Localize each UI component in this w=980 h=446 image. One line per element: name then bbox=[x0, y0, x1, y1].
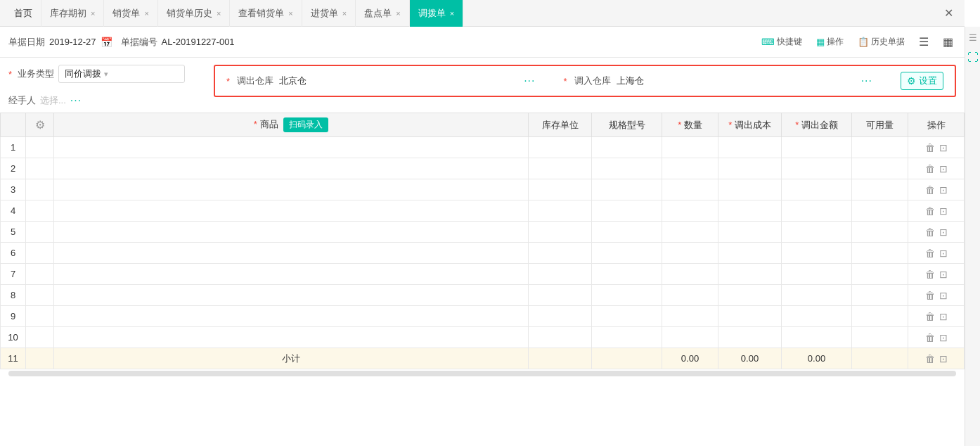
delete-icon[interactable]: 🗑 bbox=[925, 332, 935, 343]
tab-transfer-order[interactable]: 调拨单 × bbox=[410, 0, 463, 27]
row-cost-cell[interactable] bbox=[718, 222, 782, 243]
row-unit-cell[interactable] bbox=[529, 306, 592, 327]
tab-home[interactable]: 首页 bbox=[6, 0, 41, 27]
row-unit-cell[interactable] bbox=[529, 327, 592, 348]
settings-button[interactable]: ⚙ 设置 bbox=[901, 72, 943, 90]
row-cost-cell[interactable] bbox=[718, 306, 782, 327]
grid-action[interactable]: ▦ bbox=[940, 34, 956, 50]
row-amount-cell[interactable] bbox=[782, 306, 852, 327]
row-unit-cell[interactable] bbox=[529, 179, 592, 200]
copy-icon[interactable]: ⊡ bbox=[939, 269, 948, 280]
copy-icon[interactable]: ⊡ bbox=[939, 142, 948, 153]
row-amount-cell[interactable] bbox=[782, 158, 852, 179]
out-warehouse-ellipsis[interactable]: ··· bbox=[524, 75, 535, 87]
row-amount-cell[interactable] bbox=[782, 200, 852, 222]
window-close-button[interactable]: ✕ bbox=[938, 0, 959, 27]
row-product-cell[interactable] bbox=[54, 200, 529, 222]
delete-icon[interactable]: 🗑 bbox=[925, 311, 935, 322]
delete-icon[interactable]: 🗑 bbox=[925, 142, 935, 153]
row-qty-cell[interactable] bbox=[662, 200, 718, 222]
delete-icon[interactable]: 🗑 bbox=[925, 353, 935, 364]
row-unit-cell[interactable] bbox=[529, 200, 592, 222]
delete-icon[interactable]: 🗑 bbox=[925, 290, 935, 301]
row-unit-cell[interactable] bbox=[529, 264, 592, 285]
history-action[interactable]: 📋 历史单据 bbox=[855, 34, 908, 49]
row-cost-cell[interactable] bbox=[718, 179, 782, 200]
business-type-select[interactable]: 同价调拨 ▾ bbox=[58, 65, 185, 83]
row-cost-cell[interactable] bbox=[718, 200, 782, 222]
row-qty-cell[interactable] bbox=[662, 285, 718, 306]
in-warehouse-ellipsis[interactable]: ··· bbox=[861, 75, 872, 87]
row-product-cell[interactable] bbox=[54, 222, 529, 243]
row-unit-cell[interactable] bbox=[529, 158, 592, 179]
row-qty-cell[interactable] bbox=[662, 327, 718, 348]
row-spec-cell[interactable] bbox=[592, 327, 662, 348]
delete-icon[interactable]: 🗑 bbox=[925, 269, 935, 280]
person-placeholder[interactable]: 选择... bbox=[40, 94, 66, 107]
table-settings-icon[interactable]: ⚙ bbox=[35, 119, 45, 131]
shortcut-action[interactable]: ⌨ 快捷键 bbox=[759, 34, 805, 49]
tab-transfer-order-close[interactable]: × bbox=[450, 9, 454, 18]
person-ellipsis-btn[interactable]: ··· bbox=[70, 94, 82, 107]
row-qty-cell[interactable] bbox=[662, 222, 718, 243]
tab-sales-history[interactable]: 销货单历史 × bbox=[158, 0, 230, 27]
copy-icon[interactable]: ⊡ bbox=[939, 248, 948, 259]
row-cost-cell[interactable] bbox=[718, 137, 782, 158]
row-amount-cell[interactable] bbox=[782, 264, 852, 285]
row-spec-cell[interactable] bbox=[592, 264, 662, 285]
row-amount-cell[interactable] bbox=[782, 179, 852, 200]
copy-icon[interactable]: ⊡ bbox=[939, 353, 948, 364]
row-cost-cell[interactable] bbox=[718, 158, 782, 179]
row-cost-cell[interactable] bbox=[718, 264, 782, 285]
tab-inventory-count-close[interactable]: × bbox=[396, 9, 400, 18]
row-product-cell[interactable] bbox=[54, 285, 529, 306]
copy-icon[interactable]: ⊡ bbox=[939, 205, 948, 217]
row-cost-cell[interactable] bbox=[718, 327, 782, 348]
delete-icon[interactable]: 🗑 bbox=[925, 227, 935, 238]
row-spec-cell[interactable] bbox=[592, 200, 662, 222]
row-spec-cell[interactable] bbox=[592, 306, 662, 327]
row-unit-cell[interactable] bbox=[529, 137, 592, 158]
tab-inventory-open[interactable]: 库存期初 × bbox=[41, 0, 104, 27]
row-amount-cell[interactable] bbox=[782, 222, 852, 243]
row-amount-cell[interactable] bbox=[782, 327, 852, 348]
copy-icon[interactable]: ⊡ bbox=[939, 184, 948, 196]
horizontal-scrollbar[interactable] bbox=[8, 371, 956, 376]
tab-purchase-order-close[interactable]: × bbox=[342, 9, 347, 18]
row-product-cell[interactable] bbox=[54, 306, 529, 327]
copy-icon[interactable]: ⊡ bbox=[939, 227, 948, 238]
row-spec-cell[interactable] bbox=[592, 158, 662, 179]
row-product-cell[interactable] bbox=[54, 243, 529, 264]
delete-icon[interactable]: 🗑 bbox=[925, 248, 935, 259]
sidebar-list-icon[interactable]: ☰ bbox=[969, 32, 977, 43]
row-product-cell[interactable] bbox=[54, 327, 529, 348]
row-qty-cell[interactable] bbox=[662, 264, 718, 285]
row-qty-cell[interactable] bbox=[662, 137, 718, 158]
tab-sales-order-close[interactable]: × bbox=[144, 9, 148, 18]
row-unit-cell[interactable] bbox=[529, 285, 592, 306]
row-qty-cell[interactable] bbox=[662, 306, 718, 327]
calendar-icon[interactable]: 📅 bbox=[101, 37, 112, 48]
row-spec-cell[interactable] bbox=[592, 179, 662, 200]
row-qty-cell[interactable] bbox=[662, 243, 718, 264]
copy-icon[interactable]: ⊡ bbox=[939, 163, 948, 174]
tab-view-sales[interactable]: 查看销货单 × bbox=[230, 0, 302, 27]
sidebar-expand-icon[interactable]: ⛶ bbox=[967, 51, 979, 64]
row-product-cell[interactable] bbox=[54, 137, 529, 158]
scan-button[interactable]: 扫码录入 bbox=[283, 117, 328, 132]
copy-icon[interactable]: ⊡ bbox=[939, 290, 948, 301]
row-product-cell[interactable] bbox=[54, 179, 529, 200]
row-spec-cell[interactable] bbox=[592, 137, 662, 158]
delete-icon[interactable]: 🗑 bbox=[925, 163, 935, 174]
tab-purchase-order[interactable]: 进货单 × bbox=[302, 0, 356, 27]
row-amount-cell[interactable] bbox=[782, 137, 852, 158]
tab-inventory-open-close[interactable]: × bbox=[91, 9, 95, 18]
copy-icon[interactable]: ⊡ bbox=[939, 332, 948, 343]
row-unit-cell[interactable] bbox=[529, 222, 592, 243]
tab-inventory-count[interactable]: 盘点单 × bbox=[356, 0, 409, 27]
row-qty-cell[interactable] bbox=[662, 179, 718, 200]
row-qty-cell[interactable] bbox=[662, 158, 718, 179]
operation-action[interactable]: ▦ 操作 bbox=[813, 34, 846, 49]
row-product-cell[interactable] bbox=[54, 264, 529, 285]
row-cost-cell[interactable] bbox=[718, 243, 782, 264]
